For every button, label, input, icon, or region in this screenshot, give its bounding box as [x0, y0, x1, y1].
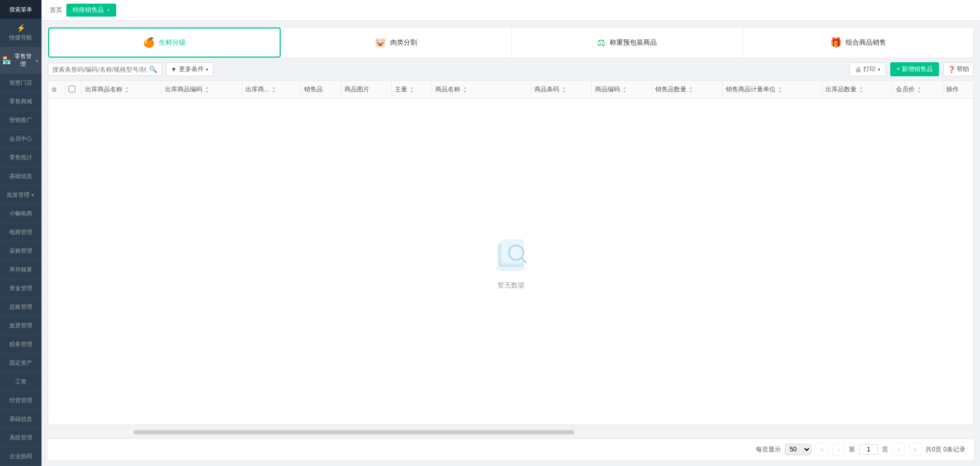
pagination-bar: 每页显示 10 20 50 100 « ‹ 第 页 › » 共0页 0条记录 — [48, 438, 974, 460]
th-sale-qty[interactable]: 销售品数量 ▲▼ — [652, 81, 723, 99]
sidebar-item-salary[interactable]: 工资 — [0, 373, 42, 391]
cat-tab-label: 生鲜分级 — [159, 38, 186, 47]
sidebar-item-retail-mgmt[interactable]: 🏪 零售管理 ▲ — [0, 47, 42, 74]
col-label: 商品编码 — [595, 86, 620, 93]
add-button[interactable]: + 新增销售品 — [890, 62, 939, 76]
sidebar-item-label: 库存核算 — [9, 266, 32, 273]
filter-button[interactable]: ▼ 更多条件 ▾ — [166, 62, 213, 76]
add-label: + 新增销售品 — [896, 65, 933, 74]
th-goods-barcode[interactable]: 商品条码 ▲▼ — [531, 81, 591, 99]
th-goods-name[interactable]: 商品名称 ▲▼ — [432, 81, 531, 99]
search-icon[interactable]: 🔍 — [149, 65, 157, 73]
cat-tab-fresh-grade[interactable]: 🍊 生鲜分级 — [48, 28, 281, 58]
horizontal-scrollbar[interactable] — [48, 429, 974, 434]
search-box[interactable]: 🔍 — [48, 63, 162, 76]
cat-tab-label: 组合商品销售 — [846, 38, 886, 47]
print-button[interactable]: 🖨 打印 ▾ — [849, 62, 886, 76]
scrollbar-thumb[interactable] — [133, 430, 574, 434]
sidebar-item-finance-mgmt[interactable]: 资金管理 — [0, 279, 42, 298]
sort-arrows[interactable]: ▲▼ — [463, 86, 467, 93]
sort-arrows[interactable]: ▲▼ — [125, 86, 129, 93]
th-sale-unit[interactable]: 销售商品计量单位 ▲▼ — [722, 81, 822, 99]
th-out-goods-code[interactable]: 出库商品编码 ▲▼ — [162, 81, 242, 99]
page-label: 第 — [849, 445, 855, 454]
page-input[interactable] — [859, 444, 878, 455]
sort-arrows[interactable]: ▲▼ — [205, 86, 209, 93]
col-label: 销售商品计量单位 — [726, 86, 776, 93]
sidebar-item-corp-protocol[interactable]: 企业协同 — [0, 447, 42, 466]
table-container: ⚙ 出库商品名称 ▲▼ 出库商品编码 ▲▼ — [48, 80, 974, 425]
data-table: ⚙ 出库商品名称 ▲▼ 出库商品编码 ▲▼ — [48, 81, 973, 99]
th-goods-code[interactable]: 商品编码 ▲▼ — [591, 81, 652, 99]
cat-tab-scale-pack[interactable]: ⚖ 称重预包装商品 — [512, 28, 743, 58]
th-member-price[interactable]: 会员价 ▲▼ — [892, 81, 943, 99]
sidebar-item-label: 会员中心 — [9, 135, 32, 143]
svg-point-6 — [512, 248, 521, 257]
sidebar-item-label: 营销推广 — [9, 116, 32, 124]
prev-page-button[interactable]: ‹ — [832, 443, 845, 456]
sidebar-item-label: 企业协同 — [9, 453, 32, 460]
th-out-goods-x[interactable]: 出库商... ▲▼ — [242, 81, 300, 99]
sidebar-item-basic-info[interactable]: 基础信息 — [0, 167, 42, 186]
th-ops: 操作 — [943, 81, 973, 99]
filter-icon: ▼ — [171, 66, 177, 73]
sidebar-item-ops-mgmt[interactable]: 经营管理 — [0, 391, 42, 410]
toolbar: 🔍 ▼ 更多条件 ▾ 🖨 打印 ▾ + 新增销售品 ❓ — [48, 62, 974, 76]
col-label: 出库商品编码 — [165, 86, 202, 93]
sidebar-item-fixed-assets[interactable]: 固定资产 — [0, 354, 42, 373]
sidebar-item-sales-promo[interactable]: 营销推广 — [0, 111, 42, 130]
sort-arrows[interactable]: ▲▼ — [410, 86, 413, 93]
sidebar-item-smart-store[interactable]: 智慧门店 — [0, 74, 42, 92]
tab-close-icon[interactable]: × — [107, 7, 110, 13]
first-page-button[interactable]: « — [816, 443, 828, 456]
sort-arrows[interactable]: ▲▼ — [272, 86, 275, 93]
sidebar-item-label: 经营管理 — [9, 396, 32, 404]
cat-tab-combo-sale[interactable]: 🎁 组合商品销售 — [743, 28, 973, 58]
category-tabs: 🍊 生鲜分级 🐷 肉类分割 ⚖ 称重预包装商品 🎁 组合商品销售 — [48, 27, 974, 58]
sort-arrows[interactable]: ▲▼ — [917, 86, 921, 93]
sidebar-item-inventory[interactable]: 库存核算 — [0, 261, 42, 279]
col-label: 出库商品名称 — [85, 86, 122, 93]
help-button[interactable]: ❓ 帮助 — [943, 62, 974, 76]
chevron-down-icon: ▾ — [206, 67, 209, 72]
sidebar-item-label: 小畅电商 — [9, 210, 32, 217]
sort-arrows[interactable]: ▲▼ — [623, 86, 626, 93]
sidebar-item-member-center[interactable]: 会员中心 — [0, 130, 42, 148]
sidebar-item-quick-nav[interactable]: ⚡ 快捷导航 — [0, 19, 42, 47]
th-out-qty[interactable]: 出库品数量 ▲▼ — [822, 81, 893, 99]
sidebar-item-label: 基础信息 — [9, 415, 32, 423]
th-out-goods-name[interactable]: 出库商品名称 ▲▼ — [81, 81, 162, 99]
sidebar-item-basic-info2[interactable]: 基础信息 — [0, 410, 42, 429]
sidebar-item-mini-ecom[interactable]: 小畅电商 — [0, 204, 42, 223]
sidebar-item-tax-mgmt[interactable]: 税务管理 — [0, 335, 42, 354]
per-page-select[interactable]: 10 20 50 100 — [785, 444, 811, 455]
sidebar-item-retail-mall[interactable]: 零售商城 — [0, 92, 42, 111]
th-settings[interactable]: ⚙ — [48, 81, 65, 99]
sidebar-item-purchase-mgmt[interactable]: 采购管理 — [0, 242, 42, 261]
sidebar-item-label: 总账管理 — [9, 303, 32, 311]
th-checkbox[interactable] — [65, 81, 81, 99]
th-main-qty[interactable]: 主量 ▲▼ — [391, 81, 432, 99]
sidebar-item-ecom-mgmt[interactable]: 电商管理 — [0, 223, 42, 242]
select-all-checkbox[interactable] — [68, 86, 75, 92]
sort-arrows[interactable]: ▲▼ — [562, 86, 565, 93]
settings-icon[interactable]: ⚙ — [51, 86, 57, 93]
sort-arrows[interactable]: ▲▼ — [689, 86, 693, 93]
sort-arrows[interactable]: ▲▼ — [778, 86, 782, 93]
col-label: 销售品 — [304, 86, 323, 93]
cat-tab-meat-cut[interactable]: 🐷 肉类分割 — [281, 28, 512, 58]
sidebar-item-label: 基础信息 — [9, 172, 32, 180]
sidebar-item-ledger-mgmt[interactable]: 总账管理 — [0, 298, 42, 317]
sidebar-item-sys-mgmt[interactable]: 系统管理 — [0, 429, 42, 447]
sidebar-logo[interactable]: 搜索菜单 — [0, 0, 42, 19]
special-sales-tab[interactable]: 特殊销售品 × — [66, 4, 116, 17]
sort-arrows[interactable]: ▲▼ — [860, 86, 863, 93]
last-page-button[interactable]: » — [909, 443, 921, 456]
next-page-button[interactable]: › — [892, 443, 905, 456]
home-link[interactable]: 首页 — [50, 6, 62, 15]
sidebar-item-invoice-mgmt[interactable]: 发票管理 — [0, 317, 42, 335]
sidebar-item-wholesale-mgmt[interactable]: 批发管理 ▼ — [0, 186, 42, 204]
sidebar-item-retail-stats[interactable]: 零售统计 — [0, 148, 42, 167]
content-area: 🍊 生鲜分级 🐷 肉类分割 ⚖ 称重预包装商品 🎁 组合商品销售 🔍 — [42, 21, 980, 466]
search-input[interactable] — [52, 66, 147, 73]
